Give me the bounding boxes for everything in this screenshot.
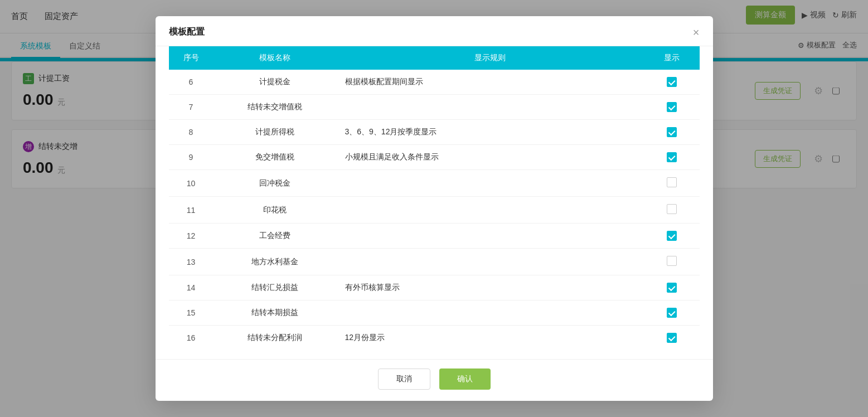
table-row: 6计提税金根据模板配置期间显示 — [169, 70, 700, 95]
cancel-button[interactable]: 取消 — [378, 368, 430, 390]
cell-seq: 6 — [169, 70, 214, 95]
cell-name: 结转汇兑损益 — [214, 275, 336, 300]
row-checkbox-8[interactable] — [667, 127, 677, 137]
cell-rule: 12月份显示 — [336, 326, 644, 351]
cell-name: 结转本期损益 — [214, 300, 336, 326]
table-row: 10回冲税金 — [169, 170, 700, 197]
row-checkbox-9[interactable] — [667, 152, 677, 162]
cell-checkbox — [644, 145, 700, 170]
cell-seq: 12 — [169, 224, 214, 249]
cell-seq: 13 — [169, 249, 214, 275]
cell-name: 地方水利基金 — [214, 249, 336, 275]
template-config-modal: 模板配置 × 序号 模板名称 显示规则 显示 6计提税金根据模板配置期间显示7结… — [156, 16, 713, 401]
cell-name: 结转未分配利润 — [214, 326, 336, 351]
cell-name: 结转未交增值税 — [214, 95, 336, 120]
cell-rule — [336, 300, 644, 326]
table-body: 6计提税金根据模板配置期间显示7结转未交增值税8计提所得税3、6、9、12月按季… — [169, 70, 700, 350]
cell-checkbox — [644, 197, 700, 224]
config-table: 序号 模板名称 显示规则 显示 6计提税金根据模板配置期间显示7结转未交增值税8… — [169, 46, 700, 350]
row-checkbox-6[interactable] — [667, 77, 677, 87]
table-row: 14结转汇兑损益有外币核算显示 — [169, 275, 700, 300]
modal-body: 序号 模板名称 显示规则 显示 6计提税金根据模板配置期间显示7结转未交增值税8… — [156, 46, 713, 359]
row-checkbox-12[interactable] — [667, 231, 677, 241]
row-checkbox-10[interactable] — [667, 177, 677, 187]
row-checkbox-11[interactable] — [667, 204, 677, 214]
cell-name: 计提所得税 — [214, 120, 336, 145]
row-checkbox-7[interactable] — [667, 102, 677, 112]
cell-rule — [336, 224, 644, 249]
cell-name: 回冲税金 — [214, 170, 336, 197]
cell-rule: 有外币核算显示 — [336, 275, 644, 300]
table-row: 15结转本期损益 — [169, 300, 700, 326]
cell-rule: 3、6、9、12月按季度显示 — [336, 120, 644, 145]
cell-name: 计提税金 — [214, 70, 336, 95]
cell-checkbox — [644, 95, 700, 120]
cell-seq: 16 — [169, 326, 214, 351]
row-checkbox-13[interactable] — [667, 256, 677, 266]
cell-rule: 小规模且满足收入条件显示 — [336, 145, 644, 170]
cell-rule — [336, 170, 644, 197]
col-seq: 序号 — [169, 46, 214, 70]
col-name: 模板名称 — [214, 46, 336, 70]
cell-checkbox — [644, 326, 700, 351]
cell-checkbox — [644, 249, 700, 275]
row-checkbox-16[interactable] — [667, 333, 677, 343]
cell-seq: 7 — [169, 95, 214, 120]
table-row: 12工会经费 — [169, 224, 700, 249]
modal-title: 模板配置 — [169, 26, 205, 38]
cell-name: 印花税 — [214, 197, 336, 224]
confirm-button[interactable]: 确认 — [439, 368, 491, 390]
cell-checkbox — [644, 70, 700, 95]
table-header: 序号 模板名称 显示规则 显示 — [169, 46, 700, 70]
table-row: 8计提所得税3、6、9、12月按季度显示 — [169, 120, 700, 145]
table-row: 13地方水利基金 — [169, 249, 700, 275]
cell-rule — [336, 249, 644, 275]
cell-rule — [336, 197, 644, 224]
cell-rule — [336, 95, 644, 120]
table-row: 11印花税 — [169, 197, 700, 224]
cell-checkbox — [644, 300, 700, 326]
col-rule: 显示规则 — [336, 46, 644, 70]
table-row: 9免交增值税小规模且满足收入条件显示 — [169, 145, 700, 170]
modal-close-button[interactable]: × — [693, 27, 700, 38]
row-checkbox-14[interactable] — [667, 283, 677, 293]
cell-name: 免交增值税 — [214, 145, 336, 170]
cell-name: 工会经费 — [214, 224, 336, 249]
cell-checkbox — [644, 120, 700, 145]
row-checkbox-15[interactable] — [667, 308, 677, 318]
table-row: 16结转未分配利润12月份显示 — [169, 326, 700, 351]
modal-header: 模板配置 × — [156, 16, 713, 46]
col-display: 显示 — [644, 46, 700, 70]
cell-checkbox — [644, 224, 700, 249]
cell-seq: 14 — [169, 275, 214, 300]
cell-seq: 15 — [169, 300, 214, 326]
cell-checkbox — [644, 170, 700, 197]
cell-seq: 8 — [169, 120, 214, 145]
cell-checkbox — [644, 275, 700, 300]
cell-seq: 10 — [169, 170, 214, 197]
cell-rule: 根据模板配置期间显示 — [336, 70, 644, 95]
cell-seq: 11 — [169, 197, 214, 224]
modal-overlay: 模板配置 × 序号 模板名称 显示规则 显示 6计提税金根据模板配置期间显示7结… — [0, 0, 868, 417]
modal-footer: 取消 确认 — [156, 359, 713, 401]
table-row: 7结转未交增值税 — [169, 95, 700, 120]
cell-seq: 9 — [169, 145, 214, 170]
